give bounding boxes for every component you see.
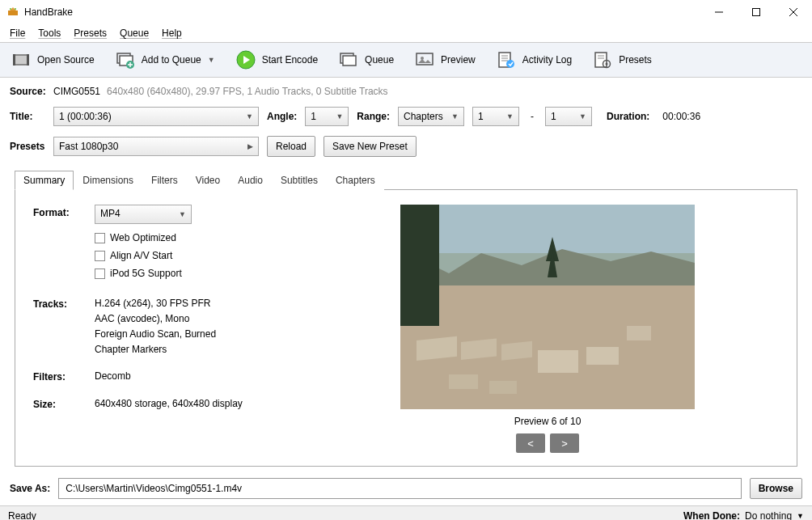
preview-next-button[interactable]: > (550, 433, 579, 453)
tab-video[interactable]: Video (187, 171, 229, 190)
tracks-value: H.264 (x264), 30 FPS PFR AAC (avcodec), … (95, 296, 316, 358)
menu-queue[interactable]: Queue (113, 26, 155, 40)
reload-button[interactable]: Reload (267, 136, 315, 157)
tracks-line: AAC (avcodec), Mono (95, 311, 316, 327)
queue-label: Queue (365, 54, 394, 66)
svg-point-26 (506, 60, 514, 68)
range-to-value: 1 (551, 111, 556, 122)
web-optimized-checkbox-row[interactable]: Web Optimized (95, 230, 316, 246)
window-title: HandBrake (24, 6, 700, 18)
presets-select[interactable]: Fast 1080p30 ▶ (53, 137, 259, 156)
presets-label: Presets (10, 141, 45, 152)
checkbox-icon (95, 233, 105, 243)
web-optimized-label: Web Optimized (110, 230, 176, 246)
align-av-label: Align A/V Start (110, 248, 172, 264)
range-from-value: 1 (478, 111, 484, 122)
svg-rect-10 (27, 54, 29, 66)
chevron-down-icon: ▼ (797, 512, 804, 520)
range-type-value: Chapters (404, 111, 443, 122)
titlebar: HandBrake (0, 0, 812, 24)
tracks-line: Chapter Markers (95, 342, 316, 357)
tab-subtitles[interactable]: Subtitles (272, 171, 327, 190)
maximize-button[interactable] (738, 0, 775, 24)
tab-content: Format: MP4 ▼ Web Optimized Align A/V St… (15, 190, 797, 467)
close-button[interactable] (775, 0, 812, 24)
svg-point-2 (15, 8, 16, 10)
angle-select[interactable]: 1 ▼ (305, 107, 349, 126)
chevron-down-icon: ▼ (506, 112, 514, 120)
presets-icon (593, 50, 612, 70)
queue-dropdown-arrow[interactable]: ▼ (208, 56, 215, 64)
summary-left: Format: MP4 ▼ Web Optimized Align A/V St… (33, 205, 316, 453)
content-area: Source: CIMG0551 640x480 (640x480), 29.9… (0, 78, 812, 473)
source-info: 640x480 (640x480), 29.97 FPS, 1 Audio Tr… (107, 86, 388, 97)
when-done[interactable]: When Done: Do nothing ▼ (683, 510, 804, 521)
svg-rect-37 (461, 338, 497, 360)
svg-rect-4 (753, 9, 760, 16)
checkbox-icon (95, 268, 105, 279)
preview-button[interactable]: Preview (410, 47, 480, 73)
duration-value: 00:00:36 (662, 111, 700, 122)
browse-button[interactable]: Browse (750, 478, 802, 499)
tab-chapters[interactable]: Chapters (327, 171, 384, 190)
format-label: Format: (33, 205, 95, 218)
tab-summary[interactable]: Summary (15, 171, 74, 190)
svg-rect-8 (15, 56, 27, 64)
presets-button[interactable]: Presets (588, 47, 657, 73)
source-row: Source: CIMG0551 640x480 (640x480), 29.9… (10, 86, 802, 97)
menu-file[interactable]: File (3, 26, 32, 40)
save-new-preset-button[interactable]: Save New Preset (324, 136, 417, 157)
preview-prev-button[interactable]: < (516, 433, 545, 453)
window-controls (700, 0, 812, 24)
title-row: Title: 1 (00:00:36) ▼ Angle: 1 ▼ Range: … (10, 107, 802, 126)
toolbar: Open Source Add to Queue ▼ Start Encode … (0, 42, 812, 78)
film-icon (11, 50, 31, 70)
tabs: Summary Dimensions Filters Video Audio S… (15, 170, 797, 190)
svg-rect-19 (343, 56, 356, 66)
minimize-button[interactable] (700, 0, 738, 24)
tab-filters[interactable]: Filters (142, 171, 187, 190)
title-select[interactable]: 1 (00:00:36) ▼ (53, 107, 259, 126)
align-av-checkbox-row[interactable]: Align A/V Start (95, 248, 316, 264)
tab-audio[interactable]: Audio (229, 171, 272, 190)
source-name: CIMG0551 (53, 86, 100, 97)
title-label: Title: (10, 111, 45, 122)
tab-dimensions[interactable]: Dimensions (74, 171, 142, 190)
chevron-down-icon: ▼ (336, 112, 343, 120)
start-encode-button[interactable]: Start Encode (231, 47, 323, 73)
status-text: Ready (8, 510, 36, 521)
angle-label: Angle: (267, 111, 297, 122)
format-select[interactable]: MP4 ▼ (95, 205, 192, 224)
ipod-5g-label: iPod 5G Support (110, 266, 182, 281)
svg-rect-35 (400, 205, 439, 326)
reload-label: Reload (276, 141, 307, 152)
chevron-down-icon: ▼ (579, 112, 586, 120)
log-icon (497, 50, 516, 70)
menu-presets[interactable]: Presets (67, 26, 113, 40)
activity-log-button[interactable]: Activity Log (492, 47, 577, 73)
checkbox-icon (95, 251, 105, 261)
save-new-preset-label: Save New Preset (332, 141, 408, 152)
svg-rect-40 (586, 347, 619, 365)
range-type-select[interactable]: Chapters ▼ (398, 107, 464, 126)
menu-tools[interactable]: Tools (32, 26, 67, 40)
browse-label: Browse (759, 483, 793, 494)
queue-button[interactable]: Queue (334, 47, 399, 73)
queue-icon (339, 50, 358, 70)
range-to-select[interactable]: 1 ▼ (545, 107, 592, 126)
filters-label: Filters: (33, 369, 95, 383)
summary-right: Preview 6 of 10 < > (316, 205, 779, 453)
add-to-queue-button[interactable]: Add to Queue ▼ (111, 47, 220, 73)
when-done-label: When Done: (683, 510, 740, 521)
menu-help[interactable]: Help (155, 26, 188, 40)
app-icon (6, 6, 19, 19)
range-from-select[interactable]: 1 ▼ (472, 107, 519, 126)
svg-rect-38 (501, 341, 532, 361)
preview-image (400, 205, 695, 409)
saveas-input[interactable] (58, 478, 741, 499)
open-source-button[interactable]: Open Source (6, 47, 99, 73)
preview-caption: Preview 6 of 10 (514, 416, 582, 427)
title-value: 1 (00:00:36) (59, 111, 112, 122)
chevron-down-icon: ▼ (451, 112, 459, 120)
ipod-5g-checkbox-row[interactable]: iPod 5G Support (95, 266, 316, 281)
